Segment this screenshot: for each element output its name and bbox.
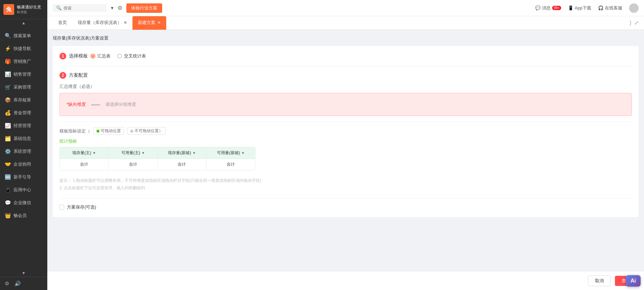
stats-col-3: 可用量(基辅) ▼ bbox=[206, 147, 255, 159]
radio-summary-dot bbox=[91, 54, 95, 58]
settings-card: 1 选择模板 汇总表 交叉统计表 bbox=[53, 46, 639, 217]
cancel-button[interactable]: 取消 bbox=[588, 275, 611, 286]
system-icon: ⚙️ bbox=[5, 148, 11, 154]
app-version: 标准版 bbox=[17, 10, 41, 15]
col-2-dropdown[interactable]: ▼ bbox=[192, 151, 196, 155]
tab-new-plan[interactable]: 新建方案 ✕ bbox=[132, 16, 166, 30]
sidebar-item-search[interactable]: 🔍 搜索菜单 bbox=[0, 29, 47, 42]
industry-btn[interactable]: 体验行业方案 bbox=[126, 3, 162, 13]
tab-inventory-label: 现存量（库存状况表） bbox=[78, 20, 122, 26]
stats-body-cell-3: 合计 bbox=[206, 159, 255, 170]
sidebar-item-label: 搜索菜单 bbox=[14, 33, 31, 39]
tab-inventory[interactable]: 现存量（库存状况表） ✕ bbox=[72, 16, 132, 30]
draggable-label: 可拖动位置 bbox=[101, 128, 121, 134]
sidebar-item-operations[interactable]: 📈 经营管理 bbox=[0, 119, 47, 132]
sidebar-item-basic-info[interactable]: 🗂️ 基础信息 bbox=[0, 132, 47, 145]
sidebar-item-quicknav[interactable]: ⚡ 快捷导航 bbox=[0, 42, 47, 55]
indicator-draggable-tag: 可拖动位置 bbox=[94, 127, 124, 135]
col-3-dropdown[interactable]: ▼ bbox=[241, 151, 245, 155]
sidebar-item-purchase[interactable]: 🛒 采购管理 bbox=[0, 81, 47, 94]
basic-info-icon: 🗂️ bbox=[5, 136, 11, 142]
col-1-dropdown[interactable]: ▼ bbox=[142, 151, 145, 155]
tip-1: 提示： 1.拖动标题栏可以调整布局，不可跨维度或指标区域拖动栏目字段(只能在同一… bbox=[59, 177, 632, 185]
ai-badge[interactable]: Ai bbox=[626, 275, 641, 287]
finance-icon: 💰 bbox=[5, 110, 11, 116]
dimension-required: *纵向维度 bbox=[67, 101, 86, 107]
radio-summary-table[interactable]: 汇总表 bbox=[91, 53, 110, 59]
step2-header: 2 方案配置 bbox=[59, 72, 632, 79]
sidebar-item-label: 快捷导航 bbox=[14, 46, 31, 52]
sidebar-item-label: 资金管理 bbox=[14, 110, 31, 116]
sidebar-item-collab[interactable]: 🤝 企业协同 bbox=[0, 158, 47, 171]
sidebar-item-appcenter[interactable]: 📱 应用中心 bbox=[0, 184, 47, 196]
sidebar-item-finance[interactable]: 💰 资金管理 bbox=[0, 106, 47, 119]
save-checkbox[interactable] bbox=[59, 205, 64, 210]
sidebar-scroll-down[interactable]: ▼ bbox=[0, 269, 47, 277]
sidebar-scroll-up[interactable]: ▲ bbox=[0, 19, 47, 27]
step1-badge: 1 bbox=[59, 53, 66, 59]
stats-body-col-3: 合计 bbox=[206, 159, 255, 170]
sidebar-item-marketing[interactable]: 🎁 营销推广 bbox=[0, 55, 47, 68]
expand-icon[interactable]: ▾ bbox=[111, 5, 114, 11]
sidebar-item-newguide[interactable]: 🆕 新手引导 bbox=[0, 171, 47, 184]
sidebar-item-inventory[interactable]: 📦 库存核算 bbox=[0, 94, 47, 106]
tab-scroll-right-icon[interactable]: ⟩ bbox=[629, 20, 631, 26]
message-badge: 99+ bbox=[552, 6, 561, 10]
sidebar-item-member[interactable]: 👑 畅会员 bbox=[0, 209, 47, 222]
section-divider-2 bbox=[59, 121, 632, 122]
gear-icon[interactable]: ⚙ bbox=[118, 5, 122, 11]
sidebar-item-label: 畅会员 bbox=[14, 213, 27, 219]
sidebar-item-sales[interactable]: 📊 销售管理 bbox=[0, 68, 47, 81]
search-icon: 🔍 bbox=[56, 5, 61, 10]
tab-home[interactable]: 首页 bbox=[53, 16, 72, 30]
speaker-icon[interactable]: 🔊 bbox=[15, 281, 21, 287]
sidebar-item-label: 应用中心 bbox=[14, 187, 31, 193]
sidebar-bottom: ⚙ 🔊 bbox=[0, 277, 47, 290]
indicator-settings: 模板指标设定（ 可拖动位置 不可拖动位置） 统计指标 bbox=[59, 127, 632, 192]
user-avatar[interactable] bbox=[629, 3, 639, 13]
tab-fullscreen-icon[interactable]: ⤢ bbox=[634, 20, 639, 26]
app-download-btn[interactable]: 📱 App下载 bbox=[568, 5, 591, 11]
wechat-icon: 💬 bbox=[5, 200, 11, 206]
stats-header-cell-1: 可用量(主) ▼ bbox=[109, 147, 157, 159]
step1-section: 1 选择模板 汇总表 交叉统计表 bbox=[59, 53, 632, 59]
stats-body-cell-1: 合计 bbox=[109, 159, 157, 170]
tab-inventory-close[interactable]: ✕ bbox=[124, 20, 127, 25]
stats-table-header: 现存量(主) ▼ 可用量(主) ▼ bbox=[60, 147, 255, 159]
section-divider-1 bbox=[59, 66, 632, 67]
tab-new-plan-close[interactable]: ✕ bbox=[157, 20, 161, 25]
message-icon: 💬 bbox=[535, 5, 541, 10]
radio-cross-table[interactable]: 交叉统计表 bbox=[117, 53, 146, 59]
sidebar-item-label: 销售管理 bbox=[14, 71, 31, 77]
col-0-dropdown[interactable]: ▼ bbox=[93, 151, 96, 155]
tip-1-text: 提示： 1.拖动标题栏可以调整布局，不可跨维度或指标区域拖动栏目字段(只能在同一… bbox=[59, 177, 261, 185]
tab-home-label: 首页 bbox=[58, 20, 67, 26]
not-draggable-label: 不可拖动位置） bbox=[134, 128, 163, 134]
sidebar-item-label: 新手引导 bbox=[14, 174, 31, 180]
mobile-icon: 📱 bbox=[568, 5, 573, 10]
sidebar-item-system[interactable]: ⚙️ 系统管理 bbox=[0, 145, 47, 158]
search-input[interactable] bbox=[64, 6, 97, 10]
stats-table-body: 合计 合计 合计 合计 bbox=[60, 159, 255, 170]
online-service-btn[interactable]: 🎧 在线客服 bbox=[598, 5, 622, 11]
radio-cross-label: 交叉统计表 bbox=[124, 53, 146, 59]
stats-body-col-2: 合计 bbox=[158, 159, 207, 170]
online-service-label: 在线客服 bbox=[605, 5, 622, 11]
sidebar-item-wechat[interactable]: 💬 企业微信 bbox=[0, 196, 47, 209]
stats-body-col-0: 合计 bbox=[60, 159, 109, 170]
radio-summary-label: 汇总表 bbox=[97, 53, 110, 59]
indicator-label: 模板指标设定（ 可拖动位置 不可拖动位置） bbox=[59, 127, 632, 135]
sidebar-nav: 🔍 搜索菜单 ⚡ 快捷导航 🎁 营销推广 📊 销售管理 🛒 采购管理 📦 库存核… bbox=[0, 27, 47, 269]
draggable-dot bbox=[97, 130, 99, 132]
search-box[interactable]: 🔍 bbox=[53, 4, 107, 12]
indicator-not-draggable-tag: 不可拖动位置） bbox=[127, 127, 166, 135]
radio-cross-dot bbox=[117, 54, 122, 58]
newguide-icon: 🆕 bbox=[5, 174, 11, 180]
message-btn[interactable]: 💬 消息 99+ bbox=[535, 5, 561, 11]
col-0-label: 现存量(主) bbox=[72, 150, 91, 156]
dimension-area[interactable]: *纵向维度 —— 请选择分组维度 bbox=[59, 93, 632, 116]
stats-table: 现存量(主) ▼ 可用量(主) ▼ bbox=[59, 147, 255, 170]
search-menu-icon: 🔍 bbox=[5, 33, 11, 39]
member-icon: 👑 bbox=[5, 213, 11, 219]
settings-icon[interactable]: ⚙ bbox=[5, 281, 9, 287]
